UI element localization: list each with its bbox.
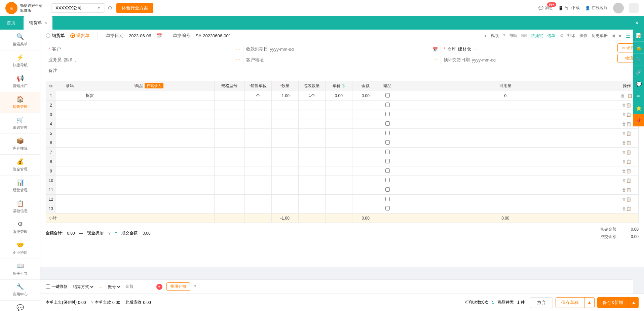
note-input[interactable] xyxy=(59,68,636,73)
sidebar-item-sales[interactable]: 🏠 销售管理 xyxy=(0,92,40,113)
customer-addr-input[interactable] xyxy=(266,57,431,63)
sidebar-item-basic[interactable]: 📋 基础信息 xyxy=(0,196,40,217)
gift-checkbox-11[interactable] xyxy=(385,187,390,192)
gift-checkbox-7[interactable] xyxy=(385,150,390,154)
gift-checkbox-10[interactable] xyxy=(385,178,390,182)
payment-amount-input[interactable] xyxy=(125,284,152,289)
gift-checkbox-5[interactable] xyxy=(385,131,390,135)
select-label[interactable]: 选单 xyxy=(547,33,555,39)
right-sidebar-edit[interactable]: ✏ xyxy=(633,90,644,102)
sidebar-item-marketing[interactable]: 📢 营销推广 xyxy=(0,71,40,92)
warehouse-value[interactable]: 建材仓 xyxy=(458,46,471,52)
customer-more-icon[interactable]: ··· xyxy=(236,46,240,52)
doc-no-value[interactable]: SA-20230606-001 xyxy=(196,33,231,38)
del-2[interactable]: 🗑 xyxy=(622,103,626,108)
right-sidebar-comment[interactable]: 💬 xyxy=(633,78,644,90)
cell-pkg-1[interactable]: 1个 xyxy=(298,91,325,101)
avatar[interactable] xyxy=(613,3,624,13)
prev-arrow[interactable]: ◀ xyxy=(612,33,615,38)
customer-input[interactable] xyxy=(63,47,234,52)
discount-help[interactable]: ? xyxy=(108,231,111,236)
app-download-btn[interactable]: 📱 App下载 xyxy=(558,5,580,11)
cell-product-2[interactable] xyxy=(83,101,215,110)
gift-checkbox-6[interactable] xyxy=(385,140,390,145)
right-sidebar-attach[interactable]: 📎 xyxy=(633,54,644,66)
sidebar-item-quick-nav[interactable]: ⚡ 快捷导航 xyxy=(0,50,40,71)
del-3[interactable]: 🗑 xyxy=(622,112,626,117)
save-draft-button[interactable]: 保存草稿 xyxy=(556,298,584,308)
calendar-icon[interactable]: 📅 xyxy=(157,33,162,38)
warehouse-more-icon[interactable]: ··· xyxy=(473,46,478,52)
operations-label[interactable]: 操作 xyxy=(579,33,588,39)
tab-close-btn[interactable]: × xyxy=(45,21,47,25)
expected-date-input[interactable] xyxy=(472,57,629,63)
settlement-select[interactable]: 结算方式 xyxy=(72,284,94,289)
one-click-checkbox[interactable] xyxy=(46,284,50,289)
right-sidebar-lock[interactable]: 🔒 xyxy=(633,42,644,54)
gift-checkbox-2[interactable] xyxy=(385,103,390,107)
addr-more-icon[interactable]: ··· xyxy=(433,57,438,63)
th-gear[interactable]: ⚙ xyxy=(46,81,56,91)
save-new-dropdown-btn[interactable]: ▲ xyxy=(629,297,639,308)
gift-checkbox-12[interactable] xyxy=(385,197,390,201)
cell-gift-1[interactable] xyxy=(379,91,396,101)
cell-qty-1[interactable]: -1.00 xyxy=(271,91,298,101)
list-view-btn[interactable]: ☰ xyxy=(626,33,631,39)
print-label[interactable]: 打印 xyxy=(567,33,575,39)
video-label[interactable]: 视频 xyxy=(491,33,499,39)
sidebar-item-guide[interactable]: 📖 新手引导 xyxy=(0,259,40,280)
company-selector[interactable]: XXXXXX公司 ▼ xyxy=(51,3,105,13)
date-value[interactable]: 2023-06-06 xyxy=(129,33,151,38)
one-click-payment[interactable]: 一键收款 xyxy=(46,284,68,289)
gift-checkbox-1[interactable] xyxy=(385,93,390,98)
cell-amount-1[interactable]: 0.00 xyxy=(352,91,379,101)
gift-checkbox-13[interactable] xyxy=(385,206,390,210)
copy-3[interactable]: 📋 xyxy=(626,112,631,117)
sidebar-item-search[interactable]: 🔍 搜索菜单 xyxy=(0,30,40,50)
cell-barcode-1[interactable] xyxy=(56,91,83,101)
radio-return[interactable]: 退货单 xyxy=(70,33,89,39)
cell-unit-1[interactable]: 个 xyxy=(244,91,271,101)
delete-icon-1[interactable]: 🗑 xyxy=(621,93,625,98)
copy-icon-1[interactable]: 📋 xyxy=(628,93,633,98)
history-label[interactable]: 历史单据 xyxy=(592,33,608,39)
online-service-btn[interactable]: 👤 在线客服 xyxy=(585,5,608,11)
sidebar-item-system[interactable]: ⚙ 系统管理 xyxy=(0,217,40,238)
cell-price-1[interactable]: 0.00 xyxy=(325,91,352,101)
order-short-help[interactable]: ? xyxy=(91,300,93,305)
gift-checkbox-4[interactable] xyxy=(385,121,390,126)
right-sidebar-star[interactable]: ⭐ xyxy=(633,102,644,114)
gift-checkbox-3[interactable] xyxy=(385,112,390,116)
sidebar-item-business[interactable]: 📊 经营管理 xyxy=(0,176,40,196)
account-select[interactable]: 账号 xyxy=(107,284,121,289)
shortcuts-label[interactable]: 快捷键 xyxy=(531,33,543,39)
salesman-input[interactable] xyxy=(64,57,234,63)
tab-home[interactable]: 首页 xyxy=(0,16,22,30)
sidebar-item-purchase[interactable]: 🛒 采购管理 xyxy=(0,113,40,134)
close-tab-btn[interactable]: × xyxy=(630,20,644,27)
cell-product-1[interactable]: 拆货 xyxy=(83,91,215,101)
price-info-icon[interactable]: ⓘ xyxy=(342,84,345,88)
add-payment-btn[interactable]: + xyxy=(156,284,162,290)
right-sidebar-notes[interactable]: 📝 xyxy=(633,30,644,42)
next-arrow[interactable]: ▶ xyxy=(619,33,622,38)
cell-barcode-2[interactable] xyxy=(56,101,83,110)
expense-btn[interactable]: 费用分摊 xyxy=(166,282,190,291)
abandon-button[interactable]: 放弃 xyxy=(530,297,553,308)
right-sidebar-link[interactable]: 🔗 xyxy=(633,66,644,78)
message-btn[interactable]: 💬 消息 99+ xyxy=(538,5,553,11)
right-sidebar-pin[interactable]: 📌 xyxy=(633,114,644,126)
scan-btn[interactable]: 扫码录入 xyxy=(145,83,163,88)
gift-checkbox-8[interactable] xyxy=(385,159,390,163)
payment-help-icon[interactable]: ? xyxy=(194,284,196,289)
sidebar-item-finance[interactable]: 💰 资金管理 xyxy=(0,155,40,176)
equals-btn[interactable]: = xyxy=(115,231,117,236)
due-date-input[interactable] xyxy=(270,47,431,52)
radio-sales[interactable]: 销货单 xyxy=(46,33,65,39)
settlement-more[interactable]: ··· xyxy=(99,284,103,289)
save-new-button[interactable]: 保存&新增 xyxy=(597,297,629,308)
tab-sales-order[interactable]: 销货单 × xyxy=(24,16,52,30)
refresh-icon[interactable]: ↻ xyxy=(491,300,495,305)
draft-dropdown-btn[interactable]: ▲ xyxy=(584,298,594,308)
gift-checkbox-9[interactable] xyxy=(385,168,390,173)
